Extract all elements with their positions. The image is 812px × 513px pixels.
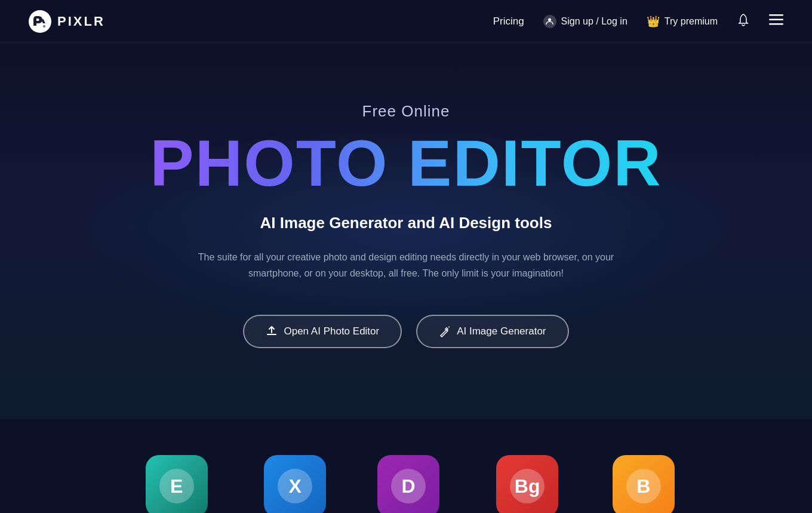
- app-icon-letter-1: X: [278, 469, 312, 503]
- person-icon: [543, 15, 556, 28]
- app-icon-1: X: [264, 455, 326, 513]
- app-card-batch-editor[interactable]: BBatch EditorBulk Photo Editing: [612, 455, 675, 513]
- hero-title: PHOTO EDITOR: [150, 130, 662, 196]
- signup-login-button[interactable]: Sign up / Log in: [543, 15, 628, 28]
- apps-section: EPixlr EditorAdvanced Photo EditorXPixlr…: [0, 419, 812, 513]
- header: PIXLR Pricing Sign up / Log in 👑 Try pre…: [0, 0, 812, 43]
- app-icon-3: Bg: [496, 455, 558, 513]
- app-icon-2: D: [377, 455, 439, 513]
- hero-subtitle: AI Image Generator and AI Design tools: [260, 214, 552, 232]
- upload-icon: [266, 325, 278, 337]
- app-icon-4: B: [613, 455, 675, 513]
- app-card-pixlr-designer[interactable]: DPixlr DesignerTemplate & Animate: [374, 455, 443, 513]
- hero-section: Free Online PHOTO EDITOR AI Image Genera…: [0, 43, 812, 419]
- app-card-pixlr-editor[interactable]: EPixlr EditorAdvanced Photo Editor: [137, 455, 216, 513]
- pricing-link[interactable]: Pricing: [493, 16, 524, 27]
- open-ai-photo-editor-button[interactable]: Open AI Photo Editor: [243, 315, 402, 348]
- app-icon-letter-4: B: [626, 469, 661, 503]
- main-nav: Pricing Sign up / Log in 👑 Try premium: [493, 13, 783, 29]
- app-icon-letter-0: E: [159, 469, 194, 503]
- pixlr-logo-icon: [29, 10, 51, 33]
- hamburger-menu-button[interactable]: [769, 14, 783, 28]
- app-card-pixlr-express[interactable]: XPixlr ExpressAI Photo Editor: [264, 455, 326, 513]
- hero-free-online: Free Online: [362, 102, 450, 121]
- crown-icon: 👑: [647, 15, 660, 28]
- svg-rect-6: [267, 334, 276, 335]
- ai-image-generator-button[interactable]: AI Image Generator: [416, 315, 568, 348]
- signup-login-label: Sign up / Log in: [561, 16, 628, 27]
- hero-buttons: Open AI Photo Editor AI Image Generator: [243, 315, 568, 348]
- try-premium-button[interactable]: 👑 Try premium: [647, 15, 718, 28]
- app-icon-0: E: [146, 455, 208, 513]
- app-icon-letter-2: D: [391, 469, 426, 503]
- logo[interactable]: PIXLR: [29, 10, 105, 33]
- svg-point-2: [548, 19, 551, 21]
- ai-image-generator-label: AI Image Generator: [457, 325, 546, 337]
- wand-icon: [439, 325, 451, 337]
- app-card-remove-bg[interactable]: BgRemove bgAI Background Erase: [491, 455, 564, 513]
- svg-point-1: [43, 25, 45, 27]
- logo-text: PIXLR: [57, 14, 105, 29]
- svg-rect-3: [769, 14, 783, 16]
- notifications-button[interactable]: [737, 13, 750, 29]
- hero-description: The suite for all your creative photo an…: [197, 249, 615, 281]
- try-premium-label: Try premium: [665, 16, 718, 27]
- svg-rect-5: [769, 23, 783, 25]
- svg-rect-4: [769, 19, 783, 21]
- app-icon-letter-3: Bg: [510, 469, 545, 503]
- open-ai-photo-editor-label: Open AI Photo Editor: [284, 325, 379, 337]
